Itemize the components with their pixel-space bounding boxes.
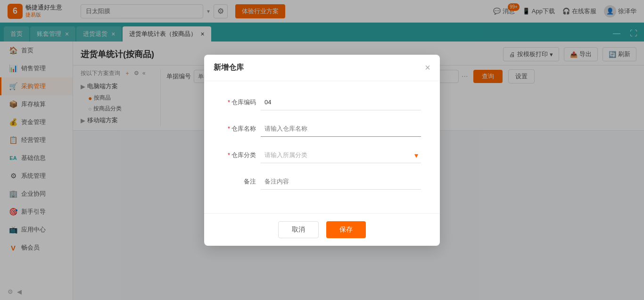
- modal-body: 仓库编码 仓库名称 仓库分类 请输入所属分类 ▾ 备注: [204, 81, 440, 213]
- name-input[interactable]: [261, 121, 421, 137]
- new-warehouse-modal: 新增仓库 × 仓库编码 仓库名称 仓库分类 请输入所属分类 ▾: [204, 55, 440, 246]
- form-row-name: 仓库名称: [223, 121, 421, 137]
- modal-close-icon[interactable]: ×: [425, 62, 430, 73]
- note-label: 备注: [223, 177, 256, 186]
- code-input[interactable]: [261, 94, 421, 110]
- note-input[interactable]: [261, 174, 421, 190]
- category-select-wrap: 请输入所属分类 ▾: [261, 147, 421, 163]
- code-label: 仓库编码: [223, 98, 256, 107]
- form-row-note: 备注: [223, 174, 421, 190]
- modal-title: 新增仓库: [214, 63, 244, 73]
- name-label: 仓库名称: [223, 125, 256, 133]
- cancel-button[interactable]: 取消: [278, 221, 319, 238]
- category-select[interactable]: 请输入所属分类: [261, 147, 421, 163]
- save-button[interactable]: 保存: [326, 221, 366, 238]
- form-row-code: 仓库编码: [223, 94, 421, 110]
- modal-overlay: 新增仓库 × 仓库编码 仓库名称 仓库分类 请输入所属分类 ▾: [0, 0, 644, 300]
- modal-footer: 取消 保存: [204, 213, 440, 246]
- category-label: 仓库分类: [223, 151, 256, 159]
- modal-header: 新增仓库 ×: [204, 55, 440, 81]
- form-row-category: 仓库分类 请输入所属分类 ▾: [223, 147, 421, 163]
